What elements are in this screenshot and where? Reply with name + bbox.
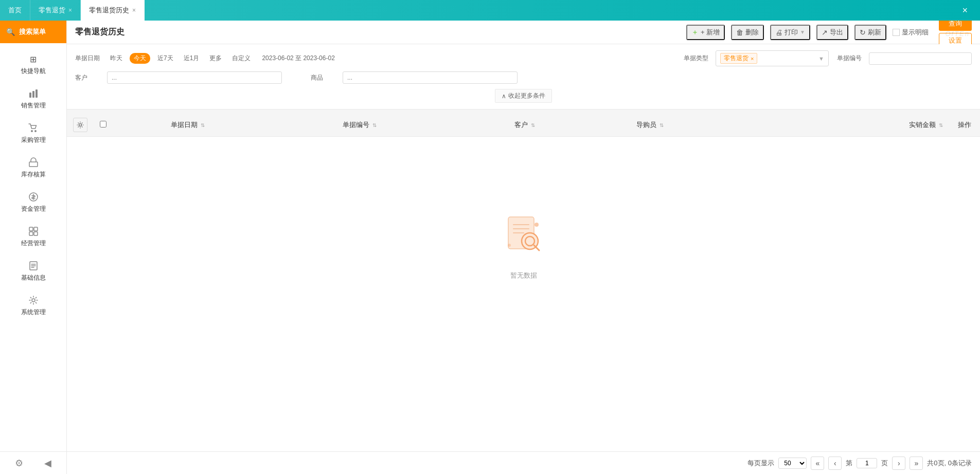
th-no-label: 单据编号 bbox=[343, 121, 369, 129]
refresh-button[interactable]: ↻ 刷新 bbox=[854, 25, 886, 40]
print-dropdown-icon: ▼ bbox=[800, 29, 805, 35]
svg-rect-10 bbox=[34, 232, 38, 235]
tab-retail-return-label: 零售退货 bbox=[39, 6, 65, 15]
collapse-row: ∧ 收起更多条件 bbox=[75, 89, 972, 103]
th-guide[interactable]: 导购员 ⇅ bbox=[630, 114, 777, 137]
doc-type-tag-text: 零售退货 bbox=[724, 54, 749, 63]
goods-input[interactable] bbox=[343, 71, 518, 84]
th-date[interactable]: 单据日期 ⇅ bbox=[165, 114, 336, 137]
sidebar-item-basic-info[interactable]: 基础信息 bbox=[0, 254, 66, 288]
prev-page-button[interactable]: ‹ bbox=[828, 457, 842, 470]
date-range-text: 2023-06-02 至 2023-06-02 bbox=[262, 54, 334, 63]
page-header: 零售退货历史 ＋ + 新增 🗑 删除 🖨 打印 ▼ ↗ 导出 bbox=[67, 21, 980, 44]
customer-input[interactable] bbox=[107, 71, 282, 84]
collapse-sidebar-icon[interactable]: ◀ bbox=[44, 458, 51, 469]
tab-retail-return-close[interactable]: × bbox=[68, 7, 72, 14]
svg-point-21 bbox=[534, 223, 539, 227]
sidebar-item-basic-info-label: 基础信息 bbox=[21, 274, 46, 282]
select-all-checkbox[interactable] bbox=[100, 121, 106, 127]
date-filter-group: 单据日期 昨天 今天 近7天 近1月 更多 自定义 bbox=[75, 53, 254, 64]
tab-retail-return-history-close[interactable]: × bbox=[132, 7, 136, 14]
th-amount-sort: ⇅ bbox=[939, 122, 943, 128]
date-btn-more[interactable]: 更多 bbox=[206, 53, 225, 64]
th-customer-sort: ⇅ bbox=[531, 122, 535, 128]
column-settings-button[interactable] bbox=[73, 118, 87, 132]
th-settings bbox=[67, 114, 94, 137]
date-filter-label: 单据日期 bbox=[75, 54, 104, 63]
settings-bottom-icon[interactable]: ⚙ bbox=[15, 458, 23, 469]
th-amount[interactable]: 实销金额 ⇅ bbox=[777, 114, 949, 137]
svg-rect-8 bbox=[34, 227, 38, 231]
print-button[interactable]: 🖨 打印 ▼ bbox=[770, 25, 810, 40]
delete-icon: 🗑 bbox=[736, 28, 743, 37]
svg-point-3 bbox=[31, 130, 33, 132]
sidebar-item-finance[interactable]: 资金管理 bbox=[0, 185, 66, 220]
th-no[interactable]: 单据编号 ⇅ bbox=[336, 114, 508, 137]
th-no-sort: ⇅ bbox=[372, 122, 377, 128]
svg-rect-9 bbox=[29, 232, 33, 235]
show-detail-toggle[interactable]: 显示明细 bbox=[893, 28, 929, 37]
window-close-button[interactable]: × bbox=[958, 5, 972, 16]
doc-type-group: 单据类型 零售退货 × ▼ bbox=[684, 50, 829, 66]
date-btn-custom[interactable]: 自定义 bbox=[229, 53, 254, 64]
page-title: 零售退货历史 bbox=[75, 27, 124, 38]
collapse-button[interactable]: ∧ 收起更多条件 bbox=[495, 89, 552, 103]
th-customer[interactable]: 客户 ⇅ bbox=[508, 114, 630, 137]
sidebar-search[interactable]: 🔍 搜索菜单 bbox=[0, 21, 66, 43]
purchase-icon bbox=[28, 122, 39, 134]
date-btn-1month[interactable]: 近1月 bbox=[181, 53, 203, 64]
filter-area: 单据日期 昨天 今天 近7天 近1月 更多 自定义 2023-06-02 至 2… bbox=[67, 44, 980, 110]
page-prefix: 第 bbox=[846, 459, 852, 468]
tab-retail-return-history[interactable]: 零售退货历史 × bbox=[81, 0, 145, 21]
doc-no-input[interactable] bbox=[869, 52, 972, 65]
sidebar-item-system[interactable]: 系统管理 bbox=[0, 288, 66, 323]
svg-rect-2 bbox=[35, 89, 38, 98]
doc-no-group: 单据编号 bbox=[837, 52, 972, 65]
sidebar-search-label: 搜索菜单 bbox=[19, 27, 46, 37]
delete-button[interactable]: 🗑 删除 bbox=[731, 25, 764, 40]
svg-rect-1 bbox=[32, 91, 34, 98]
th-amount-label: 实销金额 bbox=[909, 121, 936, 129]
sidebar-item-operations[interactable]: 经营管理 bbox=[0, 220, 66, 254]
customer-label: 客户 bbox=[75, 74, 104, 82]
tab-home[interactable]: 首页 bbox=[0, 0, 30, 21]
page-number-input[interactable] bbox=[857, 458, 877, 468]
svg-point-4 bbox=[34, 130, 37, 132]
doc-type-tag-close[interactable]: × bbox=[751, 56, 754, 62]
th-date-sort: ⇅ bbox=[201, 122, 205, 128]
doc-type-select[interactable]: 零售退货 × ▼ bbox=[716, 50, 829, 66]
date-btn-yesterday[interactable]: 昨天 bbox=[107, 53, 126, 64]
sidebar-item-sales[interactable]: 销售管理 bbox=[0, 82, 66, 116]
show-detail-checkbox[interactable] bbox=[893, 29, 900, 36]
sidebar-item-finance-label: 资金管理 bbox=[21, 205, 46, 213]
tab-retail-return-history-label: 零售退货历史 bbox=[89, 6, 129, 15]
date-btn-7days[interactable]: 近7天 bbox=[154, 53, 176, 64]
next-page-button[interactable]: › bbox=[892, 457, 905, 470]
print-icon: 🖨 bbox=[775, 28, 782, 37]
basic-info-icon bbox=[28, 260, 39, 271]
page-size-label: 每页显示 bbox=[747, 459, 774, 468]
svg-point-12 bbox=[32, 299, 35, 302]
sidebar-item-purchase[interactable]: 采购管理 bbox=[0, 116, 66, 151]
sidebar: 🔍 搜索菜单 ⊞ 快捷导航 销售管理 采购管理 bbox=[0, 21, 67, 474]
tab-retail-return[interactable]: 零售退货 × bbox=[30, 0, 81, 21]
page-size-select[interactable]: 50 10 20 100 bbox=[778, 458, 807, 469]
date-range-display: 2023-06-02 至 2023-06-02 bbox=[262, 54, 334, 63]
tab-bar: 首页 零售退货 × 零售退货历史 × bbox=[0, 0, 958, 21]
sidebar-item-purchase-label: 采购管理 bbox=[21, 136, 46, 144]
svg-point-22 bbox=[508, 244, 511, 247]
new-button[interactable]: ＋ + 新增 bbox=[686, 25, 725, 40]
query-button[interactable]: 查询 bbox=[939, 21, 972, 31]
export-icon: ↗ bbox=[822, 28, 828, 37]
date-btn-today[interactable]: 今天 bbox=[130, 53, 150, 64]
sidebar-item-inventory[interactable]: 库存核算 bbox=[0, 151, 66, 185]
doc-type-dropdown-icon: ▼ bbox=[818, 56, 824, 62]
table-container: 单据日期 ⇅ 单据编号 ⇅ 客户 ⇅ bbox=[67, 114, 980, 451]
empty-text: 暂无数据 bbox=[510, 271, 537, 280]
first-page-button[interactable]: « bbox=[811, 457, 824, 470]
sidebar-item-quick-nav[interactable]: ⊞ 快捷导航 bbox=[0, 47, 66, 82]
data-table: 单据日期 ⇅ 单据编号 ⇅ 客户 ⇅ bbox=[67, 114, 980, 137]
export-button[interactable]: ↗ 导出 bbox=[816, 25, 848, 40]
finance-icon bbox=[28, 191, 39, 203]
last-page-button[interactable]: » bbox=[910, 457, 923, 470]
